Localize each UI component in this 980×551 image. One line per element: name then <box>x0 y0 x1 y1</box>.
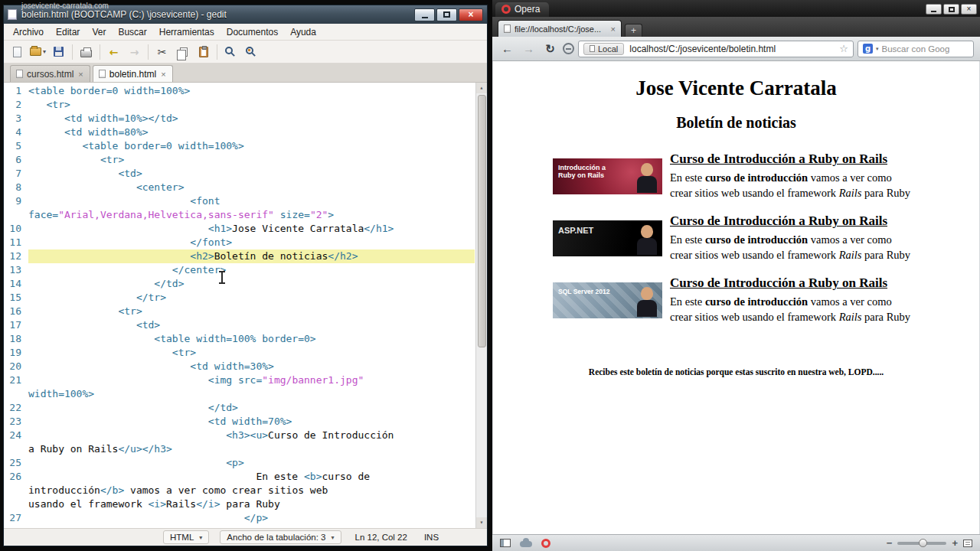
close-button[interactable]: × <box>459 8 483 21</box>
tab-width-selector[interactable]: Ancho de la tabulación: 3 ▾ <box>220 530 341 544</box>
undo-button[interactable]: ← <box>103 42 124 61</box>
menu-editar[interactable]: Editar <box>50 25 86 39</box>
code-line[interactable]: 20 <td width=30%> <box>4 360 475 373</box>
browser-tab[interactable]: file://localhost/C:/jose... × <box>498 20 622 37</box>
code-line[interactable]: 9 <font <box>4 194 475 208</box>
code-line[interactable]: 8 <center> <box>4 181 475 194</box>
replace-button[interactable] <box>241 42 262 61</box>
opera-icon[interactable] <box>541 539 550 548</box>
code-area[interactable]: 1<table border=0 width=100%>2 <tr>3 <td … <box>4 83 475 528</box>
opera-turbo-icon[interactable] <box>563 43 574 54</box>
tab-boletin-html[interactable]: boletin.html × <box>93 65 173 82</box>
code-line[interactable]: 3 <td width=10%></td> <box>4 112 475 126</box>
code-line[interactable]: 5 <table border=0 width=100%> <box>4 139 475 153</box>
watermark: josevicente-carratala.com <box>21 2 109 10</box>
bookmark-star-icon[interactable]: ☆ <box>839 43 848 54</box>
menu-ver[interactable]: Ver <box>86 25 112 39</box>
code-line[interactable]: 27 </p> <box>4 511 475 525</box>
scroll-down-icon[interactable]: ▾ <box>476 517 488 528</box>
banner-label: SQL Server 2012 <box>558 288 609 295</box>
close-button[interactable]: × <box>961 4 977 15</box>
tab-label: cursos.html <box>27 69 74 80</box>
forward-button[interactable]: → <box>520 41 537 57</box>
code-line[interactable]: 19 <tr> <box>4 346 475 360</box>
menu-documentos[interactable]: Documentos <box>220 25 284 39</box>
new-document-button[interactable] <box>7 42 28 61</box>
copy-button[interactable] <box>172 42 193 61</box>
code-line[interactable]: 6 <tr> <box>4 153 475 167</box>
menu-buscar[interactable]: Buscar <box>112 25 152 39</box>
code-line[interactable]: face="Arial,Verdana,Helvetica,sans-serif… <box>4 208 475 222</box>
opera-link-cloud-icon[interactable] <box>520 541 532 547</box>
fit-to-width-icon[interactable] <box>963 540 972 547</box>
print-button[interactable] <box>76 42 96 61</box>
code-line[interactable]: a Ruby on Rails</u></h3> <box>4 442 475 456</box>
local-badge[interactable]: Local <box>583 43 624 55</box>
code-line[interactable]: 25 <p> <box>4 456 475 470</box>
code-line[interactable]: 1<table border=0 width=100%> <box>4 84 475 98</box>
menu-ayuda[interactable]: Ayuda <box>284 25 322 39</box>
code-line[interactable]: 13 </center> <box>4 263 475 277</box>
code-line[interactable]: 10 <h1>Jose Vicente Carratala</h1> <box>4 222 475 236</box>
find-button[interactable] <box>220 42 241 61</box>
redo-button[interactable]: → <box>124 42 145 61</box>
scroll-up-icon[interactable]: ▴ <box>476 83 488 93</box>
face-photo <box>635 223 658 256</box>
code-line[interactable]: 24 <h3><u>Curso de Introducción <box>4 429 475 442</box>
open-dropdown-icon[interactable]: ▾ <box>43 48 46 55</box>
tab-cursos-html[interactable]: cursos.html × <box>10 65 90 82</box>
minimize-button[interactable] <box>414 8 435 21</box>
tab-close-icon[interactable]: × <box>77 70 83 79</box>
cut-button[interactable]: ✂ <box>152 42 172 61</box>
gedit-toolbar: ▾ ← → ✂ <box>4 41 487 64</box>
code-line[interactable]: 15 </tr> <box>4 291 475 305</box>
code-line[interactable]: 12 <h2>Boletín de noticias</h2> <box>4 249 475 263</box>
scrollbar-thumb[interactable] <box>478 95 486 347</box>
menu-herramientas[interactable]: Herramientas <box>153 25 220 39</box>
editor-scrollbar[interactable]: ▴ ▾ <box>475 83 487 528</box>
zoom-slider[interactable] <box>897 542 946 545</box>
code-line[interactable]: 16 <tr> <box>4 305 475 318</box>
opera-menu-button[interactable]: Opera <box>495 2 549 17</box>
url-text[interactable]: localhost/C:/josevicente/boletin.html <box>629 44 834 54</box>
address-bar[interactable]: Local localhost/C:/josevicente/boletin.h… <box>578 41 854 57</box>
language-selector[interactable]: HTML ▾ <box>163 530 209 544</box>
code-line[interactable]: introducción</b> vamos a ver como crear … <box>4 484 475 497</box>
search-field[interactable]: g ▾ Buscar con Goog <box>858 41 974 57</box>
open-button[interactable]: ▾ <box>28 42 48 61</box>
paste-button[interactable] <box>193 42 214 61</box>
zoom-in-button[interactable]: + <box>952 538 958 548</box>
reload-button[interactable]: ↻ <box>541 41 559 57</box>
back-button[interactable]: ← <box>498 41 516 57</box>
search-engine-dropdown-icon[interactable]: ▾ <box>876 46 879 52</box>
code-line[interactable]: 11 </font> <box>4 236 475 249</box>
zoom-out-button[interactable]: − <box>887 538 893 548</box>
tab-close-icon[interactable]: × <box>611 24 616 34</box>
code-line[interactable]: 23 <td width=70%> <box>4 415 475 429</box>
line-number: 27 <box>4 511 28 525</box>
maximize-button[interactable] <box>943 4 959 15</box>
code-line[interactable]: 22 </td> <box>4 401 475 415</box>
maximize-button[interactable] <box>436 8 457 21</box>
code-line[interactable]: 7 <td> <box>4 167 475 181</box>
code-line[interactable]: 14 </td> <box>4 277 475 291</box>
opera-titlebar[interactable]: Opera × <box>492 0 980 17</box>
code-line[interactable]: 17 <td> <box>4 318 475 332</box>
code-line[interactable]: 18 <table width=100% border=0> <box>4 332 475 346</box>
new-tab-button[interactable]: + <box>625 24 642 37</box>
code-editor[interactable]: 1<table border=0 width=100%>2 <tr>3 <td … <box>4 83 487 528</box>
save-button[interactable] <box>48 42 69 61</box>
code-line[interactable]: 21 <img src="img/banner1.jpg" <box>4 373 475 387</box>
menu-archivo[interactable]: Archivo <box>7 25 50 39</box>
zoom-slider-thumb[interactable] <box>919 539 927 547</box>
tab-close-icon[interactable]: × <box>160 70 166 79</box>
code-line[interactable]: width=100%> <box>4 387 475 401</box>
toolbar-separator <box>148 44 149 60</box>
toolbar-separator <box>217 44 217 60</box>
code-line[interactable]: 2 <tr> <box>4 98 475 112</box>
minimize-button[interactable] <box>926 4 942 15</box>
code-line[interactable]: 26 En este <b>curso de <box>4 470 475 484</box>
code-line[interactable]: usando el framework <i>Rails</i> para Ru… <box>4 497 475 511</box>
code-line[interactable]: 4 <td width=80%> <box>4 126 475 139</box>
panels-toggle-icon[interactable] <box>500 539 511 547</box>
